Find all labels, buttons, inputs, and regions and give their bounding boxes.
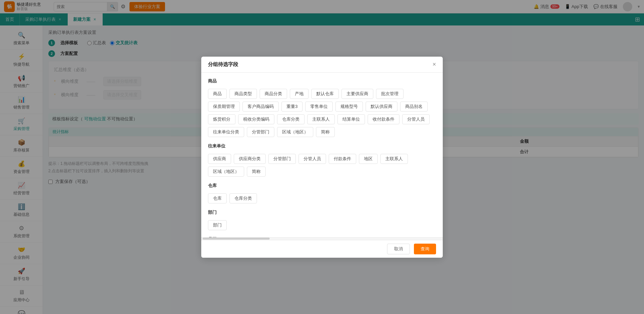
field-tag-partner-8[interactable]: 简称: [247, 167, 266, 177]
field-tag-goods-14[interactable]: 炼货积分: [208, 114, 235, 124]
field-tag-partner-7[interactable]: 区域（地区）: [208, 167, 244, 177]
department-field-tags: 部门: [208, 220, 436, 230]
field-tag-goods-15[interactable]: 税收分类编码: [238, 114, 274, 124]
field-tag-goods-19[interactable]: 收付款条件: [368, 114, 399, 124]
department-section-title: 部门: [208, 209, 436, 217]
field-tag-partner-6[interactable]: 主联系人: [380, 154, 408, 164]
field-tag-partner-4[interactable]: 付款条件: [329, 154, 356, 164]
field-tag-goods-5[interactable]: 主要供应商: [341, 89, 373, 99]
field-tag-goods-24[interactable]: 简称: [316, 127, 335, 137]
warehouse-field-tags: 仓库 仓库分类: [208, 193, 436, 203]
field-tag-goods-13[interactable]: 商品别名: [400, 102, 428, 112]
field-tag-dept-0[interactable]: 部门: [208, 220, 227, 230]
field-tag-goods-10[interactable]: 零售单位: [305, 102, 333, 112]
field-tag-goods-2[interactable]: 商品分类: [260, 89, 287, 99]
field-tag-goods-12[interactable]: 默认供应商: [366, 102, 397, 112]
goods-field-tags: 商品 商品类型 商品分类 产地 默认仓库 主要供应商 批次管理 保质期管理 客户…: [208, 89, 436, 137]
field-tag-goods-22[interactable]: 分管部门: [247, 127, 274, 137]
warehouse-section-title: 仓库: [208, 183, 436, 190]
field-tag-goods-16[interactable]: 仓库分类: [277, 114, 305, 124]
goods-section-title: 商品: [208, 78, 436, 85]
modal-overlay: 分组待选字段 × 商品 商品 商品类型 商品分类 产地 默认仓库 主要供应商 批…: [0, 0, 644, 314]
field-tag-goods-11[interactable]: 规格型号: [335, 102, 363, 112]
field-tag-goods-23[interactable]: 区域（地区）: [277, 127, 313, 137]
partners-field-tags: 供应商 供应商分类 分管部门 分管人员 付款条件 地区 主联系人 区域（地区） …: [208, 154, 436, 177]
modal-body: 商品 商品 商品类型 商品分类 产地 默认仓库 主要供应商 批次管理 保质期管理…: [201, 73, 443, 238]
field-tag-partner-3[interactable]: 分管人员: [299, 154, 326, 164]
field-tag-partner-2[interactable]: 分管部门: [268, 154, 296, 164]
field-tag-goods-9[interactable]: 重量3: [281, 102, 303, 112]
modal-footer: 取消 查询: [201, 240, 443, 258]
field-section-goods: 商品 商品 商品类型 商品分类 产地 默认仓库 主要供应商 批次管理 保质期管理…: [208, 78, 436, 137]
field-section-department: 部门 部门: [208, 209, 436, 230]
modal-header: 分组待选字段 ×: [201, 57, 443, 73]
field-tag-goods-18[interactable]: 结算单位: [337, 114, 365, 124]
field-tag-goods-21[interactable]: 往来单位分类: [208, 127, 244, 137]
field-tag-goods-4[interactable]: 默认仓库: [311, 89, 339, 99]
modal-dialog: 分组待选字段 × 商品 商品 商品类型 商品分类 产地 默认仓库 主要供应商 批…: [201, 57, 443, 258]
cancel-button[interactable]: 取消: [387, 244, 410, 254]
field-tag-goods-6[interactable]: 批次管理: [376, 89, 404, 99]
field-section-warehouse: 仓库 仓库 仓库分类: [208, 183, 436, 203]
field-section-partners: 往来单位 供应商 供应商分类 分管部门 分管人员 付款条件 地区 主联系人 区域…: [208, 143, 436, 177]
field-tag-goods-1[interactable]: 商品类型: [229, 89, 257, 99]
field-tag-warehouse-1[interactable]: 仓库分类: [229, 193, 257, 203]
field-tag-goods-0[interactable]: 商品: [208, 89, 227, 99]
field-tag-goods-3[interactable]: 产地: [290, 89, 309, 99]
field-tag-goods-7[interactable]: 保质期管理: [208, 102, 240, 112]
modal-scroll-bottom: [201, 237, 443, 240]
field-tag-goods-8[interactable]: 客户商品编码: [243, 102, 279, 112]
modal-title: 分组待选字段: [208, 61, 238, 68]
field-tag-partner-0[interactable]: 供应商: [208, 154, 231, 164]
field-tag-goods-17[interactable]: 主联系人: [307, 114, 335, 124]
field-tag-goods-20[interactable]: 分管人员: [402, 114, 430, 124]
field-tag-partner-1[interactable]: 供应商分类: [234, 154, 266, 164]
field-tag-warehouse-0[interactable]: 仓库: [208, 193, 227, 203]
confirm-button[interactable]: 查询: [414, 244, 436, 254]
horizontal-scrollbar-thumb[interactable]: [203, 238, 270, 240]
modal-close-button[interactable]: ×: [432, 61, 436, 67]
field-tag-partner-5[interactable]: 地区: [359, 154, 378, 164]
partners-section-title: 往来单位: [208, 143, 436, 150]
